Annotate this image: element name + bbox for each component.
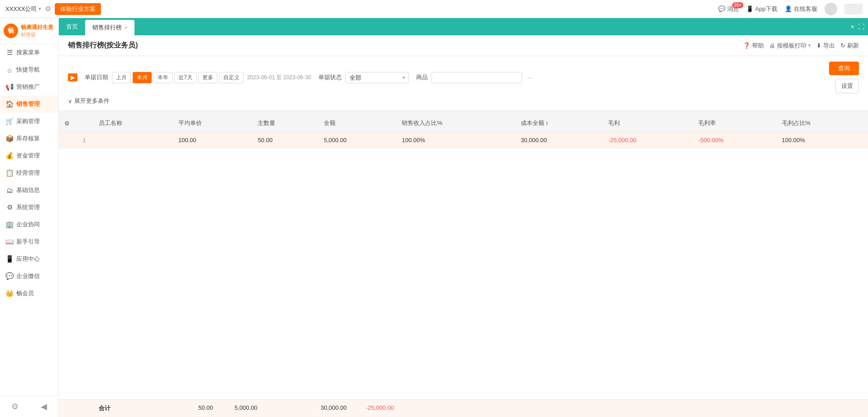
col-settings-header[interactable]: ⚙ [59, 115, 75, 132]
col-sales-pct-header: 销售收入占比% [396, 115, 515, 132]
sidebar-item-label: 畅会员 [16, 289, 34, 297]
tab-home[interactable]: 首页 [59, 18, 85, 35]
cell-amount: 5,000.00 [318, 132, 396, 149]
cell-name [93, 132, 173, 149]
cell-avg-price: 100.00 [173, 132, 253, 149]
sidebar-item-basics[interactable]: 🗂 基础信息 [0, 182, 58, 199]
online-service-button[interactable]: 👤 在线客服 [785, 5, 817, 13]
table-container: ⚙ 员工名称 平均单价 主数量 全额 销售收入占比% 成本全额 ℹ 毛利 [59, 115, 868, 399]
message-button[interactable]: 💬 消息 99+ [718, 5, 739, 13]
date-btn-more[interactable]: 更多 [198, 72, 217, 83]
sidebar-item-wechat[interactable]: 💬 企业微信 [0, 268, 58, 285]
footer-qty: 50.00 [198, 404, 235, 412]
expand-more-button[interactable]: ∨ 展开更多条件 [68, 97, 859, 105]
col-gross-header: 毛利 [603, 115, 693, 132]
sidebar-item-finance[interactable]: 💰 资金管理 [0, 147, 58, 164]
content-area: 首页 销售排行榜 × × ⛶ 销售排行榜(按业务员) ❓ 帮助 [59, 18, 868, 417]
cost-info-icon[interactable]: ℹ [546, 120, 548, 126]
sidebar-item-purchase[interactable]: 🛒 采购管理 [0, 113, 58, 130]
sidebar-item-marketing[interactable]: 📢 营销推广 [0, 78, 58, 96]
settings-bottom-icon[interactable]: ⚙ [8, 400, 22, 413]
service-label: 在线客服 [794, 5, 817, 13]
date-btn-custom[interactable]: 自定义 [219, 72, 244, 83]
sidebar-item-search[interactable]: ☰ 搜索菜单 [0, 44, 58, 61]
tab-sales-ranking[interactable]: 销售排行榜 × [85, 20, 134, 35]
column-settings-icon[interactable]: ⚙ [64, 120, 70, 127]
help-icon: ❓ [743, 42, 750, 49]
sidebar-item-enterprise[interactable]: 🏢 企业协同 [0, 216, 58, 233]
col-qty-header: 主数量 [252, 115, 318, 132]
date-btn-last-month[interactable]: 上月 [112, 72, 131, 83]
footer-amount: 5,000.00 [235, 404, 275, 412]
filter-area: ▶ 单据日期 上月 本月 本年 近7天 更多 自定义 2023- [59, 56, 868, 111]
print-dropdown-icon: ▾ [808, 43, 811, 48]
filter-right-buttons: 查询 设置 [829, 62, 859, 93]
service-icon: 👤 [785, 5, 792, 12]
sidebar-item-label: 系统管理 [16, 203, 40, 211]
goods-more-icon[interactable]: ··· [528, 74, 532, 81]
tab-maximize-icon[interactable]: ⛶ [858, 23, 864, 30]
sidebar-item-operations[interactable]: 📋 经营管理 [0, 164, 58, 182]
gear-icon[interactable]: ⚙ [45, 5, 51, 13]
sidebar-item-label: 搜索菜单 [16, 48, 40, 57]
footer-total-label: 合计 [99, 404, 153, 412]
footer-settings-cell [64, 404, 81, 412]
trial-button[interactable]: 体验行业方案 [55, 3, 101, 15]
collapse-sidebar-icon[interactable]: ◀ [37, 400, 51, 413]
company-selector[interactable]: XXXXX公司 ▾ [5, 5, 41, 13]
system-icon: ⚙ [5, 203, 14, 211]
apps-icon: 📱 [5, 255, 14, 263]
date-btn-7days[interactable]: 近7天 [174, 72, 197, 83]
sidebar-item-sales[interactable]: 🏠 销售管理 [0, 96, 58, 113]
sidebar-item-system[interactable]: ⚙ 系统管理 [0, 199, 58, 216]
app-label: App下载 [755, 5, 777, 13]
sidebar-item-nav[interactable]: ⌂ 快捷导航 [0, 61, 58, 78]
avatar[interactable] [825, 3, 837, 15]
date-btn-this-year[interactable]: 本年 [153, 72, 173, 83]
print-button[interactable]: 🖨 按模板打印 ▾ [769, 42, 811, 50]
table-row: 1 100.00 50.00 5,000.00 100.00% 30,000.0… [59, 132, 868, 149]
setting-button[interactable]: 设置 [835, 79, 859, 93]
tab-close-window-icon[interactable]: × [851, 23, 854, 30]
help-button[interactable]: ❓ 帮助 [743, 42, 764, 50]
footer-cost: 30,000.00 [321, 404, 366, 412]
sidebar-item-apps[interactable]: 📱 应用中心 [0, 250, 58, 268]
footer-avg-cell [153, 404, 198, 412]
sidebar-item-member[interactable]: 👑 畅会员 [0, 285, 58, 302]
date-buttons: 上月 本月 本年 近7天 更多 自定义 [112, 72, 244, 83]
page-actions: ❓ 帮助 🖨 按模板打印 ▾ ⬇ 导出 ↻ 刷新 [743, 42, 859, 50]
marketing-icon: 📢 [5, 83, 14, 91]
refresh-button[interactable]: ↻ 刷新 [840, 42, 859, 50]
sidebar-item-label: 营销推广 [16, 83, 40, 91]
logo-text: 畅康通好生意 标准版 [21, 24, 53, 38]
sidebar-item-guide[interactable]: 📖 新手引导 [0, 233, 58, 250]
goods-input[interactable] [432, 72, 522, 83]
member-icon: 👑 [5, 289, 14, 297]
sidebar-bottom: ⚙ ◀ [0, 396, 58, 417]
refresh-icon: ↻ [840, 42, 845, 49]
filter-status-item: 单据状态 全部 已审核 未审核 ▾ [318, 72, 409, 83]
table-header-row: ⚙ 员工名称 平均单价 主数量 全额 销售收入占比% 成本全额 ℹ 毛利 [59, 115, 868, 132]
refresh-label: 刷新 [847, 42, 859, 50]
sidebar: 畅 畅康通好生意 标准版 ☰ 搜索菜单 ⌂ 快捷导航 📢 营销推广 🏠 销售管理… [0, 18, 59, 417]
status-select[interactable]: 全部 已审核 未审核 [345, 72, 409, 83]
cell-cost: 30,000.00 [515, 132, 603, 149]
date-btn-this-month[interactable]: 本月 [133, 72, 152, 83]
page-title: 销售排行榜(按业务员) [68, 41, 138, 50]
col-avg-price-header: 平均单价 [173, 115, 253, 132]
filter-row-1: ▶ 单据日期 上月 本月 本年 近7天 更多 自定义 2023- [68, 62, 859, 93]
filter-collapse-arrow[interactable]: ▶ [68, 73, 77, 81]
query-button[interactable]: 查询 [829, 62, 859, 75]
footer-rank-cell [81, 404, 99, 412]
export-button[interactable]: ⬇ 导出 [816, 42, 835, 50]
export-label: 导出 [823, 42, 835, 50]
sidebar-item-inventory[interactable]: 📦 库存核算 [0, 130, 58, 147]
app-download-button[interactable]: 📱 App下载 [746, 5, 777, 13]
tab-close-icon[interactable]: × [125, 25, 127, 30]
tab-home-label: 首页 [66, 23, 78, 31]
basics-icon: 🗂 [5, 187, 14, 194]
expand-label: 展开更多条件 [74, 97, 110, 105]
logo-icon: 畅 [4, 24, 18, 38]
filter-arrow-icon[interactable]: ▶ [68, 73, 77, 81]
cell-gross-rate: -500.00% [693, 132, 776, 149]
